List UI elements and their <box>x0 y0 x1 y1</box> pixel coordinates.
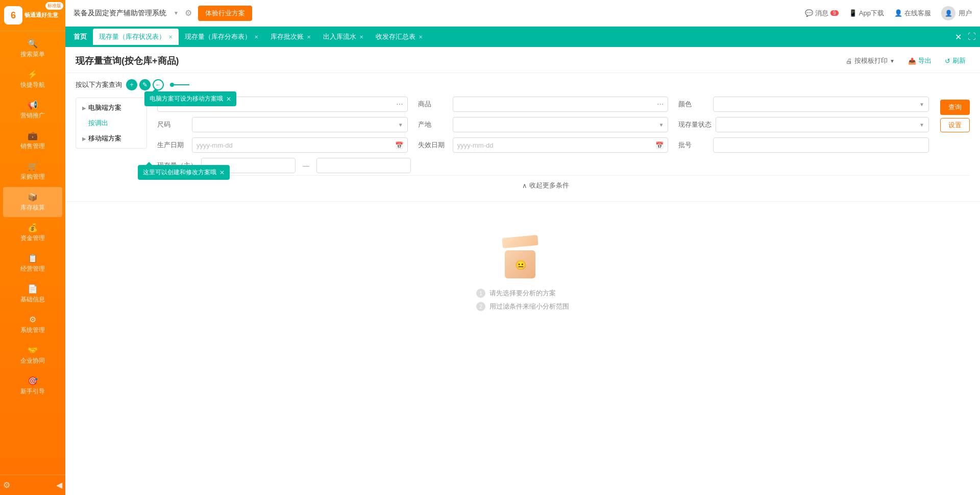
sidebar-nav: 🔍 搜索菜单 ⚡ 快捷导航 📢 营销推广 💼 销售管理 🛒 采购管理 📦 库存核… <box>0 31 65 475</box>
tab-in-out-flow[interactable]: 出入库流水 ✕ <box>317 29 370 45</box>
user-item[interactable]: 👤 用户 <box>941 6 972 20</box>
refresh-btn[interactable]: ↺ 刷新 <box>941 54 970 67</box>
app-icon: 📱 <box>849 9 857 17</box>
tab-close-collect-summary[interactable]: ✕ <box>419 34 423 40</box>
sidebar-item-sales[interactable]: 💼 销售管理 <box>3 126 62 156</box>
scheme-sub-item[interactable]: 按调出 <box>82 115 146 131</box>
filter-batch: 批号 <box>678 137 929 153</box>
page-header: 现存量查询(按仓库+商品) 🖨 按模板打印 ▼ 📤 导出 ↺ 刷新 <box>65 47 980 73</box>
edit-scheme-btn[interactable]: ✎ <box>139 79 151 90</box>
sidebar-item-inventory[interactable]: 📦 库存核算 <box>3 187 62 217</box>
export-btn[interactable]: 📤 导出 <box>904 54 936 67</box>
service-item[interactable]: 👤 在线客服 <box>894 9 931 18</box>
empty-box-lid <box>502 235 538 248</box>
system-dropdown-arrow: ▼ <box>174 10 179 16</box>
tab-inventory-status[interactable]: 现存量（库存状况表） ✕ <box>93 29 179 45</box>
sidebar-item-quick-nav[interactable]: ⚡ 快捷导航 <box>3 64 62 95</box>
main-area: 装备及固定资产辅助管理系统 ▼ ⚙ 体验行业方案 💬 消息 9 📱 App下载 … <box>65 0 980 495</box>
origin-input[interactable]: ▼ <box>453 117 669 132</box>
tab-batch-account[interactable]: 库存批次账 ✕ <box>264 29 317 45</box>
step2-num: 2 <box>476 302 485 311</box>
filter-row-4: 现存量（主） — <box>157 158 970 173</box>
topbar-settings-icon[interactable]: ⚙ <box>185 8 192 18</box>
sidebar-item-purchase[interactable]: 🛒 采购管理 <box>3 156 62 186</box>
sidebar-item-marketing[interactable]: 📢 营销推广 <box>3 95 62 125</box>
scheme-popup-close[interactable]: ✕ <box>226 96 231 103</box>
filter-expire-date: 失效日期 yyyy-mm-dd 📅 <box>418 137 669 153</box>
filter-color: 颜色 ▼ <box>678 97 929 112</box>
scheme-popup2-close[interactable]: ✕ <box>219 169 225 176</box>
scheme-popup: 电脑方案可设为移动方案哦 ✕ <box>144 91 236 106</box>
logo-icon: 6 <box>4 6 22 25</box>
scheme-item-mobile[interactable]: ▶ 移动端方案 <box>76 131 146 146</box>
tab-close-inventory-status[interactable]: ✕ <box>168 34 173 40</box>
filter-origin: 产地 ▼ <box>418 117 669 132</box>
goods-label: 商品 <box>418 100 449 109</box>
add-scheme-btn[interactable]: + <box>126 79 137 90</box>
stock-status-input[interactable]: ▼ <box>716 117 929 132</box>
empty-state: 😐 1 请先选择要分析的方案 2 用过滤条件来缩小分析范围 <box>65 202 980 332</box>
empty-step-1: 1 请先选择要分析的方案 <box>476 289 569 298</box>
filter-label: 按以下方案查询 <box>76 80 122 89</box>
tab-close-all[interactable]: ✕ <box>953 30 964 44</box>
settings-icon[interactable]: ⚙ <box>3 480 10 490</box>
filter-area: 按以下方案查询 + ✎ ← 电脑方案可设为移动方案哦 ✕ <box>65 73 980 201</box>
collapse-row[interactable]: ∧ 收起更多条件 <box>157 175 970 195</box>
expire-date-input[interactable]: yyyy-mm-dd 📅 <box>453 137 669 153</box>
tab-collect-summary[interactable]: 收发存汇总表 ✕ <box>370 29 429 45</box>
color-arrow: ▼ <box>919 102 924 107</box>
scheme-list: ▶ 电脑端方案 按调出 ▶ 移动端方案 <box>76 98 147 149</box>
tab-inventory-dist[interactable]: 现存量（库存分布表） ✕ <box>179 29 264 45</box>
set-btn[interactable]: 设置 <box>940 118 970 132</box>
color-input[interactable]: ▼ <box>713 97 929 112</box>
tab-close-batch-account[interactable]: ✕ <box>307 34 311 40</box>
goods-input[interactable]: ··· <box>453 97 669 112</box>
goods-dots: ··· <box>657 100 664 109</box>
produce-date-input[interactable]: yyyy-mm-dd 📅 <box>192 137 408 153</box>
batch-input[interactable] <box>713 137 929 153</box>
mobile-arrow: ▶ <box>82 136 86 142</box>
empty-face-icon: 😐 <box>511 258 530 272</box>
right-buttons: 查询 设置 <box>940 100 970 132</box>
sidebar-item-enterprise[interactable]: 🤝 企业协同 <box>3 340 62 370</box>
stock-status-label: 现存量状态 <box>678 120 712 129</box>
topbar: 装备及固定资产辅助管理系统 ▼ ⚙ 体验行业方案 💬 消息 9 📱 App下载 … <box>65 0 980 27</box>
color-label: 颜色 <box>678 100 709 109</box>
tabbar-actions: ✕ ⛶ <box>953 30 978 44</box>
avatar: 👤 <box>941 6 955 20</box>
print-template-btn[interactable]: 🖨 按模板打印 ▼ <box>842 54 899 67</box>
tab-home[interactable]: 首页 <box>67 29 93 45</box>
tab-maximize[interactable]: ⛶ <box>966 30 978 43</box>
marketing-icon: 📢 <box>28 100 38 110</box>
stock-main-input-to[interactable] <box>316 158 411 173</box>
finance-icon: 💰 <box>28 223 38 232</box>
batch-label: 批号 <box>678 140 709 150</box>
sidebar-item-finance[interactable]: 💰 资金管理 <box>3 218 62 248</box>
size-input[interactable]: ▼ <box>192 117 408 132</box>
sidebar-item-system[interactable]: ⚙ 系统管理 <box>3 310 62 340</box>
sidebar: 6 畅通通好生意 标准版 🔍 搜索菜单 ⚡ 快捷导航 📢 营销推广 💼 销售管理… <box>0 0 65 495</box>
collapse-icon: ∧ <box>522 182 527 190</box>
scheme-item-pc[interactable]: ▶ 电脑端方案 <box>76 100 146 115</box>
produce-date-label: 生产日期 <box>157 140 188 150</box>
sidebar-item-basic-info[interactable]: 📄 基础信息 <box>3 279 62 309</box>
collapse-sidebar-icon[interactable]: ◀ <box>56 480 62 490</box>
filter-produce-date: 生产日期 yyyy-mm-dd 📅 <box>157 137 408 153</box>
filter-row-2: 尺码 ▼ 产地 ▼ 现存量状态 <box>157 117 970 132</box>
refresh-icon: ↺ <box>945 57 950 65</box>
industry-btn[interactable]: 体验行业方案 <box>198 6 252 21</box>
expire-date-placeholder: yyyy-mm-dd <box>457 142 494 149</box>
stock-status-arrow: ▼ <box>919 122 924 128</box>
sidebar-item-guide[interactable]: 🎯 新手引导 <box>3 371 62 401</box>
produce-date-calendar-icon[interactable]: 📅 <box>395 142 403 149</box>
tab-close-in-out-flow[interactable]: ✕ <box>359 34 363 40</box>
search-btn[interactable]: 查询 <box>940 100 970 115</box>
tab-close-inventory-dist[interactable]: ✕ <box>254 34 258 40</box>
message-item[interactable]: 💬 消息 9 <box>805 9 839 18</box>
app-download-item[interactable]: 📱 App下载 <box>849 9 884 18</box>
sidebar-item-operations[interactable]: 📋 经营管理 <box>3 248 62 278</box>
expire-date-calendar-icon[interactable]: 📅 <box>655 142 664 149</box>
purchase-icon: 🛒 <box>28 161 38 171</box>
sidebar-item-search-menu[interactable]: 🔍 搜索菜单 <box>3 34 62 64</box>
connector <box>170 83 189 87</box>
